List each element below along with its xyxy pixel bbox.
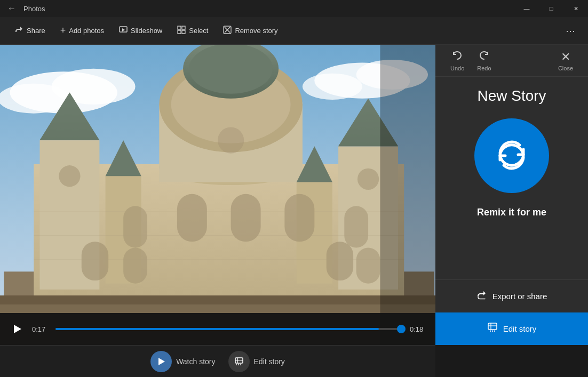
redo-label: Redo bbox=[477, 65, 491, 71]
svg-marker-50 bbox=[158, 358, 165, 365]
church-image bbox=[0, 45, 435, 345]
svg-rect-45 bbox=[380, 45, 435, 345]
share-icon bbox=[15, 26, 23, 36]
select-button[interactable]: Select bbox=[171, 22, 214, 39]
svg-rect-37 bbox=[123, 248, 147, 284]
svg-point-33 bbox=[59, 165, 80, 187]
remix-icon bbox=[490, 134, 533, 177]
remove-story-button[interactable]: Remove story bbox=[217, 22, 284, 39]
svg-point-5 bbox=[0, 84, 69, 114]
svg-point-8 bbox=[303, 74, 362, 100]
undo-icon bbox=[451, 50, 463, 64]
svg-rect-41 bbox=[0, 295, 435, 304]
export-icon bbox=[476, 290, 487, 303]
svg-rect-39 bbox=[356, 248, 380, 284]
add-photos-button[interactable]: + Add photos bbox=[54, 22, 110, 39]
redo-icon bbox=[478, 50, 490, 64]
svg-rect-36 bbox=[82, 242, 108, 280]
bottom-edit-icon bbox=[228, 351, 250, 372]
watch-story-icon bbox=[150, 351, 172, 372]
svg-point-17 bbox=[189, 45, 273, 94]
panel-content: New Story Remix it for me bbox=[435, 77, 588, 279]
more-options-button[interactable]: ⋯ bbox=[561, 22, 579, 40]
progress-bar[interactable] bbox=[55, 328, 403, 330]
panel-actions: Export or share Edit story bbox=[435, 279, 588, 345]
panel-header: Undo Redo ✕ Close bbox=[435, 45, 588, 77]
redo-button[interactable]: Redo bbox=[471, 46, 497, 75]
edit-story-icon bbox=[487, 322, 498, 335]
close-window-button[interactable]: ✕ bbox=[563, 0, 588, 17]
remix-button[interactable] bbox=[474, 118, 549, 193]
app-layout: ← Photos — □ ✕ Share + Add p bbox=[0, 0, 588, 377]
slideshow-icon bbox=[119, 26, 128, 36]
remix-label: Remix it for me bbox=[477, 207, 546, 218]
svg-marker-46 bbox=[14, 325, 21, 333]
export-share-button[interactable]: Export or share bbox=[435, 279, 588, 312]
share-button[interactable]: Share bbox=[9, 22, 52, 39]
minimize-button[interactable]: — bbox=[514, 0, 539, 17]
window-controls: — □ ✕ bbox=[514, 0, 588, 17]
time-total: 0:18 bbox=[410, 325, 427, 333]
video-area: 0:17 0:18 bbox=[0, 45, 435, 345]
edit-story-button[interactable]: Edit story bbox=[435, 312, 588, 345]
minimize-icon: — bbox=[524, 5, 530, 12]
svg-rect-29 bbox=[231, 194, 261, 242]
progress-thumb bbox=[397, 325, 406, 333]
titlebar: ← Photos — □ ✕ bbox=[0, 0, 588, 17]
close-panel-button[interactable]: ✕ Close bbox=[552, 47, 579, 75]
undo-label: Undo bbox=[450, 65, 464, 71]
svg-rect-30 bbox=[284, 194, 314, 242]
add-photos-icon: + bbox=[60, 25, 66, 36]
svg-rect-38 bbox=[327, 242, 353, 280]
toolbar: Share + Add photos Slideshow Select bbox=[0, 17, 588, 45]
app-title: Photos bbox=[23, 5, 45, 13]
back-icon: ← bbox=[7, 4, 16, 13]
remove-story-icon bbox=[223, 26, 232, 36]
bottom-edit-story-button[interactable]: Edit story bbox=[228, 351, 285, 372]
content-row: 0:17 0:18 Undo bbox=[0, 45, 588, 345]
story-title: New Story bbox=[477, 87, 546, 105]
svg-point-35 bbox=[218, 127, 244, 153]
undo-button[interactable]: Undo bbox=[444, 46, 471, 75]
watch-story-button[interactable]: Watch story bbox=[150, 351, 215, 372]
close-label: Close bbox=[558, 65, 573, 71]
bottom-bar: Watch story Edit story bbox=[0, 345, 435, 377]
close-window-icon: ✕ bbox=[574, 5, 578, 12]
right-panel: Undo Redo ✕ Close bbox=[435, 45, 588, 345]
back-button[interactable]: ← bbox=[4, 1, 19, 16]
maximize-button[interactable]: □ bbox=[539, 0, 563, 17]
more-icon: ⋯ bbox=[566, 25, 575, 37]
svg-rect-47 bbox=[488, 323, 497, 330]
select-icon bbox=[177, 26, 186, 36]
svg-rect-28 bbox=[177, 194, 207, 242]
time-current: 0:17 bbox=[32, 325, 49, 333]
close-panel-icon: ✕ bbox=[561, 50, 570, 64]
progress-fill bbox=[55, 328, 379, 330]
maximize-icon: □ bbox=[550, 5, 553, 12]
slideshow-button[interactable]: Slideshow bbox=[113, 22, 169, 39]
svg-point-34 bbox=[357, 169, 379, 190]
play-button[interactable] bbox=[9, 320, 26, 338]
